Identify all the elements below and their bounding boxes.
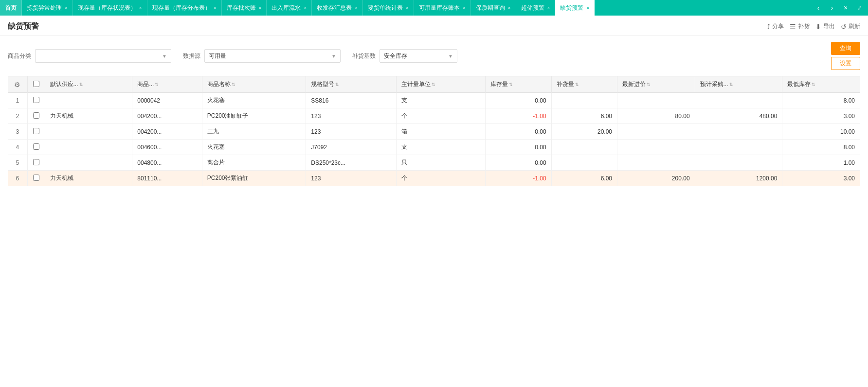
row-index: 4: [8, 140, 27, 155]
nav-fullscreen-button[interactable]: ⤢: [852, 1, 866, 15]
row-index: 3: [8, 124, 27, 140]
nav-tab-inventory-status-close[interactable]: ×: [139, 5, 142, 11]
col-header-product-name[interactable]: 商品名称⇅: [202, 76, 306, 93]
row-stock-qty: -1.00: [486, 171, 551, 186]
table-row: 4 004600... 火花塞 J7092 支 0.00 8.00: [8, 140, 860, 155]
col-header-estimated-purchase[interactable]: 预计采购...⇅: [695, 76, 782, 93]
row-checkbox-cell[interactable]: [27, 140, 45, 155]
replenish-button[interactable]: ☰ 补货: [790, 22, 810, 31]
table-row: 5 004800... 离合片 DS250*23c... 只 0.00 1.00: [8, 155, 860, 171]
datasource-select-arrow: ▼: [331, 53, 336, 59]
gear-icon[interactable]: ⚙: [14, 81, 20, 88]
nav-tab-inout-flow-label: 出入库流水: [271, 4, 301, 12]
row-latest-price: [617, 140, 695, 155]
nav-tab-refine-exception-label: 拣货异常处理: [27, 4, 62, 12]
nav-tab-inout-flow[interactable]: 出入库流水 ×: [267, 0, 312, 16]
row-index: 2: [8, 108, 27, 124]
nav-tab-inventory-dist[interactable]: 现存量（库存分布表） ×: [147, 0, 222, 16]
nav-tab-inventory-status[interactable]: 现存量（库存状况表） ×: [73, 0, 147, 16]
row-replenish-qty: [551, 93, 617, 108]
row-min-stock: 3.00: [782, 108, 860, 124]
query-button[interactable]: 查询: [831, 42, 860, 55]
header-actions: ⤴ 分享 ☰ 补货 ⬇ 导出 ↺ 刷新: [767, 22, 860, 31]
nav-tab-receipt-summary-close[interactable]: ×: [355, 5, 358, 11]
filter-datasource: 数据源 可用量 ▼: [183, 49, 341, 63]
row-checkbox[interactable]: [33, 175, 39, 181]
category-select[interactable]: ▼: [35, 49, 171, 63]
row-checkbox-cell[interactable]: [27, 124, 45, 140]
row-checkbox[interactable]: [33, 112, 39, 119]
row-checkbox-cell[interactable]: [27, 108, 45, 124]
share-label: 分享: [772, 22, 784, 31]
row-latest-price: [617, 155, 695, 171]
top-nav: 首页 拣货异常处理 × 现存量（库存状况表） × 现存量（库存分布表） × 库存…: [0, 0, 868, 16]
nav-tab-refine-exception[interactable]: 拣货异常处理 ×: [22, 0, 73, 16]
row-product-name: 火花塞: [202, 93, 306, 108]
nav-tab-batch-account-close[interactable]: ×: [259, 5, 262, 11]
select-all-checkbox[interactable]: [33, 81, 39, 87]
col-header-unit[interactable]: 主计量单位⇅: [396, 76, 486, 93]
nav-tab-requisition-stat[interactable]: 要货单统计表 ×: [363, 0, 414, 16]
replenish-base-select[interactable]: 安全库存 ▼: [380, 49, 457, 63]
refresh-icon: ↺: [841, 23, 847, 31]
refresh-button[interactable]: ↺ 刷新: [841, 22, 860, 31]
nav-tab-home-label: 首页: [5, 4, 17, 12]
nav-tab-available-ledger-close[interactable]: ×: [463, 5, 466, 11]
nav-tab-receipt-summary-label: 收发存汇总表: [317, 4, 352, 12]
col-header-checkbox[interactable]: [27, 76, 45, 93]
nav-tab-expiry-query-close[interactable]: ×: [508, 5, 511, 11]
nav-prev-button[interactable]: ‹: [812, 1, 825, 15]
row-checkbox[interactable]: [33, 97, 39, 103]
nav-tab-expiry-query[interactable]: 保质期查询 ×: [471, 0, 516, 16]
col-header-default-supplier[interactable]: 默认供应...⇅: [45, 76, 132, 93]
sort-icon-unit: ⇅: [432, 82, 435, 87]
sort-icon-replenish: ⇅: [575, 82, 579, 87]
nav-tab-overstock-warning[interactable]: 超储预警 ×: [516, 0, 556, 16]
settings-button[interactable]: 设置: [831, 57, 860, 70]
nav-tab-overstock-warning-close[interactable]: ×: [547, 5, 550, 11]
col-header-min-stock[interactable]: 最低库存⇅: [782, 76, 860, 93]
refresh-label: 刷新: [849, 22, 860, 31]
nav-tab-requisition-stat-close[interactable]: ×: [406, 5, 409, 11]
share-button[interactable]: ⤴ 分享: [767, 22, 784, 31]
nav-next-button[interactable]: ›: [825, 1, 839, 15]
row-replenish-qty: [551, 140, 617, 155]
export-label: 导出: [823, 22, 835, 31]
nav-tab-inventory-dist-label: 现存量（库存分布表）: [152, 4, 211, 12]
row-checkbox-cell[interactable]: [27, 93, 45, 108]
col-header-stock-qty[interactable]: 库存量⇅: [486, 76, 551, 93]
export-button[interactable]: ⬇ 导出: [815, 22, 835, 31]
nav-tab-inventory-dist-close[interactable]: ×: [214, 5, 217, 11]
nav-tab-shortage-warning-close[interactable]: ×: [586, 5, 589, 11]
row-stock-qty: 0.00: [486, 93, 551, 108]
row-stock-qty: 0.00: [486, 155, 551, 171]
filter-area: 商品分类 ▼ 数据源 可用量 ▼ 补货基数 安全库存 ▼ 查询 设置: [0, 36, 868, 76]
nav-close-button[interactable]: ×: [839, 1, 852, 15]
row-spec-model: J7092: [306, 140, 396, 155]
data-table: ⚙ 默认供应...⇅ 商品...⇅ 商品名称⇅ 规格型号⇅: [8, 76, 860, 186]
nav-tab-home[interactable]: 首页: [0, 0, 22, 16]
nav-tab-batch-account[interactable]: 库存批次账 ×: [222, 0, 267, 16]
nav-tab-available-ledger[interactable]: 可用量库存账本 ×: [414, 0, 471, 16]
col-header-replenish-qty[interactable]: 补货量⇅: [551, 76, 617, 93]
row-index: 6: [8, 171, 27, 186]
nav-tab-refine-exception-close[interactable]: ×: [65, 5, 68, 11]
row-checkbox-cell[interactable]: [27, 155, 45, 171]
row-checkbox[interactable]: [33, 159, 39, 165]
row-checkbox[interactable]: [33, 128, 39, 134]
table-row: 2 力天机械 004200... PC200油缸缸子 123 个 -1.00 6…: [8, 108, 860, 124]
row-checkbox-cell[interactable]: [27, 171, 45, 186]
sort-icon-estimated: ⇅: [729, 82, 733, 87]
row-product-name: 三九: [202, 124, 306, 140]
replenish-base-select-arrow: ▼: [448, 53, 453, 59]
nav-tab-receipt-summary[interactable]: 收发存汇总表 ×: [312, 0, 363, 16]
nav-tab-shortage-warning[interactable]: 缺货预警 ×: [555, 0, 595, 16]
datasource-select[interactable]: 可用量 ▼: [204, 49, 341, 63]
col-header-settings[interactable]: ⚙: [8, 76, 27, 93]
nav-tab-inout-flow-close[interactable]: ×: [304, 5, 307, 11]
table-row: 6 力天机械 801110... PC200张紧油缸 123 个 -1.00 6…: [8, 171, 860, 186]
col-header-latest-price[interactable]: 最新进价⇅: [617, 76, 695, 93]
row-checkbox[interactable]: [33, 143, 39, 150]
col-header-spec-model[interactable]: 规格型号⇅: [306, 76, 396, 93]
col-header-product-code[interactable]: 商品...⇅: [132, 76, 202, 93]
